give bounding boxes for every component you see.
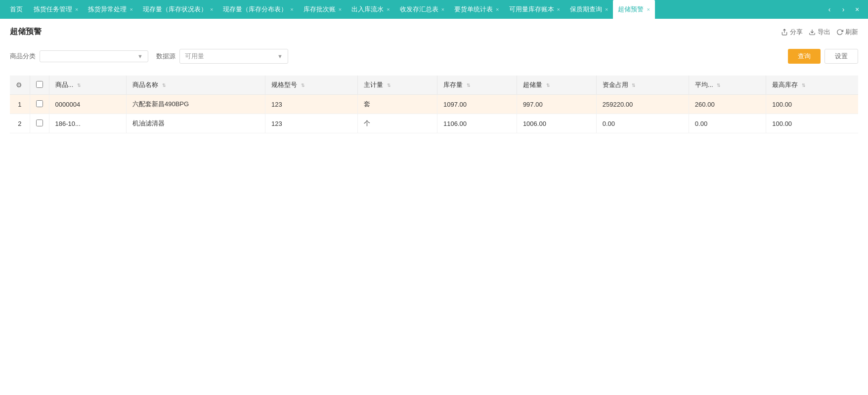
close-tab-1[interactable]: ×: [75, 6, 78, 12]
close-tab-5[interactable]: ×: [339, 6, 342, 12]
sort-icon-spec: ⇅: [301, 83, 305, 88]
row-1-product-name: 六配套新昌490BPG: [126, 95, 265, 114]
close-tab-6[interactable]: ×: [387, 6, 390, 12]
sort-icon-avg-cost: ⇅: [717, 83, 721, 88]
tab-2[interactable]: 拣货异常处理 ×: [83, 0, 137, 19]
settings-button[interactable]: 设置: [825, 49, 858, 64]
nav-close-arrow[interactable]: ×: [850, 2, 864, 16]
col-avg-cost[interactable]: 平均... ⇅: [689, 76, 766, 95]
row-2-unit: 个: [358, 114, 437, 133]
tab-10[interactable]: 保质期查询 ×: [565, 0, 613, 19]
datasource-value: 可用量: [185, 52, 204, 61]
row-2-max-stock: 100.00: [766, 114, 858, 133]
tab-8[interactable]: 要货单统计表 ×: [449, 0, 504, 19]
close-tab-8[interactable]: ×: [496, 6, 499, 12]
row-2-checkbox[interactable]: [36, 119, 43, 126]
tab-6[interactable]: 出入库流水 ×: [347, 0, 394, 19]
sort-icon-capital: ⇅: [632, 83, 636, 88]
top-navigation: 首页 拣货任务管理 × 拣货异常处理 × 现存量（库存状况表） × 现存量（库存…: [0, 0, 868, 19]
col-capital[interactable]: 资金占用 ⇅: [596, 76, 689, 95]
data-table: ⚙ 商品... ⇅ 商品名称 ⇅ 规格型号 ⇅ 主计量: [10, 76, 858, 133]
nav-next-arrow[interactable]: ›: [836, 2, 850, 16]
refresh-icon: [836, 29, 843, 36]
sort-icon-stock: ⇅: [467, 83, 471, 88]
query-button[interactable]: 查询: [788, 49, 821, 64]
row-1-max-stock: 100.00: [766, 95, 858, 114]
tab-11-active[interactable]: 超储预警 ×: [613, 0, 654, 19]
select-all-checkbox[interactable]: [36, 81, 43, 88]
tab-3[interactable]: 现存量（库存状况表） ×: [138, 0, 218, 19]
table-row: 2 186-10... 机油滤清器 123 个 1106.00 1006.00 …: [10, 114, 858, 133]
close-tab-3[interactable]: ×: [210, 6, 213, 12]
page-content: 超储预警 分享 导出 刷新 商品: [0, 19, 868, 395]
row-1-avg-cost: 260.00: [689, 95, 766, 114]
share-button[interactable]: 分享: [781, 28, 803, 37]
col-checkbox-header: [30, 76, 49, 95]
table-header-row: ⚙ 商品... ⇅ 商品名称 ⇅ 规格型号 ⇅ 主计量: [10, 76, 858, 95]
category-select[interactable]: ▼: [40, 50, 148, 62]
col-product-name[interactable]: 商品名称 ⇅: [126, 76, 265, 95]
category-label: 商品分类: [10, 52, 36, 61]
row-checkbox-2: [30, 114, 49, 133]
col-product-code[interactable]: 商品... ⇅: [49, 76, 126, 95]
export-button[interactable]: 导出: [809, 28, 830, 37]
category-dropdown-arrow: ▼: [137, 53, 143, 59]
nav-arrows: ‹ › ×: [823, 2, 864, 16]
col-stock[interactable]: 库存量 ⇅: [437, 76, 517, 95]
nav-home[interactable]: 首页: [4, 5, 29, 14]
datasource-label: 数据源: [156, 52, 175, 61]
close-tab-9[interactable]: ×: [557, 6, 560, 12]
page-header: 超储预警 分享 导出 刷新: [10, 27, 858, 37]
tab-9[interactable]: 可用量库存账本 ×: [504, 0, 565, 19]
refresh-button[interactable]: 刷新: [836, 28, 858, 37]
header-actions: 分享 导出 刷新: [781, 28, 858, 37]
close-tab-4[interactable]: ×: [290, 6, 293, 12]
col-max-stock[interactable]: 最高库存 ⇅: [766, 76, 858, 95]
datasource-dropdown-arrow: ▼: [277, 53, 283, 59]
row-2-product-name: 机油滤清器: [126, 114, 265, 133]
tab-1[interactable]: 拣货任务管理 ×: [29, 0, 83, 19]
col-spec[interactable]: 规格型号 ⇅: [265, 76, 358, 95]
row-1-product-code: 0000004: [49, 95, 126, 114]
col-overstock[interactable]: 超储量 ⇅: [517, 76, 596, 95]
row-checkbox-1: [30, 95, 49, 114]
row-2-avg-cost: 0.00: [689, 114, 766, 133]
sort-icon-unit: ⇅: [387, 83, 391, 88]
col-settings[interactable]: ⚙: [10, 76, 30, 95]
row-1-capital: 259220.00: [596, 95, 689, 114]
row-2-capital: 0.00: [596, 114, 689, 133]
page-title: 超储预警: [10, 27, 781, 37]
sort-icon-max-stock: ⇅: [802, 83, 806, 88]
export-icon: [809, 29, 816, 36]
table-row: 1 0000004 六配套新昌490BPG 123 套 1097.00 997.…: [10, 95, 858, 114]
row-1-spec: 123: [265, 95, 358, 114]
row-2-product-code: 186-10...: [49, 114, 126, 133]
col-unit[interactable]: 主计量 ⇅: [358, 76, 437, 95]
sort-icon-product-name: ⇅: [162, 83, 166, 88]
category-filter: 商品分类 ▼: [10, 50, 148, 62]
datasource-select[interactable]: 可用量 ▼: [179, 49, 288, 64]
row-1-overstock: 997.00: [517, 95, 596, 114]
row-2-overstock: 1006.00: [517, 114, 596, 133]
row-1-stock: 1097.00: [437, 95, 517, 114]
datasource-filter: 数据源 可用量 ▼: [156, 49, 288, 64]
sort-icon-product-code: ⇅: [77, 83, 81, 88]
row-num-2: 2: [10, 114, 30, 133]
tab-4[interactable]: 现存量（库存分布表） ×: [218, 0, 298, 19]
tab-7[interactable]: 收发存汇总表 ×: [395, 0, 449, 19]
row-1-checkbox[interactable]: [36, 100, 43, 107]
close-tab-2[interactable]: ×: [130, 6, 132, 12]
row-2-spec: 123: [265, 114, 358, 133]
tab-5[interactable]: 库存批次账 ×: [299, 0, 347, 19]
close-tab-7[interactable]: ×: [441, 6, 444, 12]
sort-icon-overstock: ⇅: [546, 83, 550, 88]
gear-icon[interactable]: ⚙: [16, 81, 22, 89]
close-tab-10[interactable]: ×: [605, 6, 608, 12]
filter-actions: 查询 设置: [788, 49, 858, 64]
row-2-stock: 1106.00: [437, 114, 517, 133]
filter-bar: 商品分类 ▼ 数据源 可用量 ▼ 查询 设置: [10, 45, 858, 68]
nav-prev-arrow[interactable]: ‹: [823, 2, 836, 16]
close-tab-11[interactable]: ×: [647, 6, 650, 12]
row-num-1: 1: [10, 95, 30, 114]
row-1-unit: 套: [358, 95, 437, 114]
